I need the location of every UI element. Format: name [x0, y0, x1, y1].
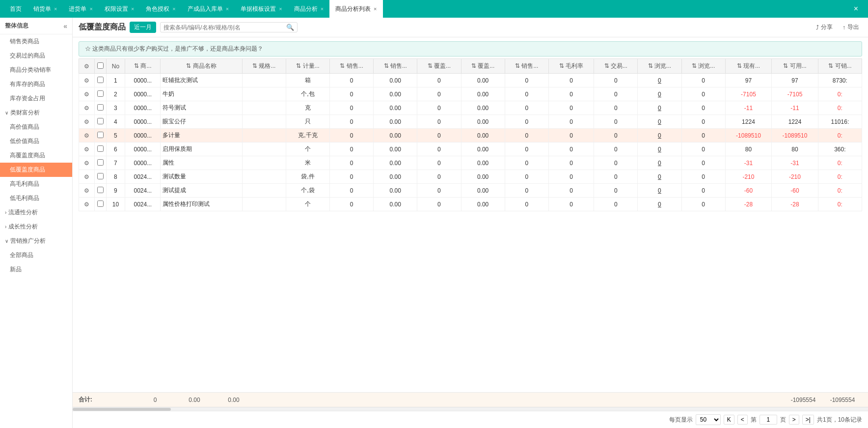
row-browse1[interactable]: 0 — [638, 101, 681, 115]
sidebar-item-new-products[interactable]: 新品 — [0, 262, 72, 277]
scrollbar-thumb[interactable] — [73, 408, 171, 411]
nav-product-analysis[interactable]: 商品分析 × — [288, 0, 329, 18]
cover2-column-header[interactable]: ⇅ 覆盖... — [461, 59, 505, 74]
row-settings[interactable]: ⚙ — [79, 156, 95, 170]
export-button[interactable]: ↑ 导出 — [840, 22, 862, 32]
checkbox-column-header[interactable] — [94, 59, 106, 74]
row-browse1[interactable]: 0 — [638, 74, 681, 87]
sidebar-group-marketing-analysis[interactable]: ∨ 营销推广分析 — [0, 234, 72, 248]
close-permissions-icon[interactable]: × — [131, 6, 134, 12]
browse1-link[interactable]: 0 — [658, 77, 661, 84]
row-checkbox[interactable] — [97, 132, 104, 138]
name-column-header[interactable]: ⇅ 商品名称 — [161, 59, 242, 74]
sidebar-item-high-coverage[interactable]: 高覆盖度商品 — [0, 148, 72, 163]
row-checkbox[interactable] — [97, 118, 104, 124]
nav-home[interactable]: 首页 — [4, 0, 27, 18]
browse1-link[interactable]: 0 — [658, 187, 661, 194]
sidebar-item-high-margin[interactable]: 高毛利商品 — [0, 177, 72, 191]
row-checkbox-cell[interactable] — [94, 87, 106, 101]
row-checkbox-cell[interactable] — [94, 170, 106, 184]
close-product-analysis-icon[interactable]: × — [321, 6, 324, 12]
row-settings[interactable]: ⚙ — [79, 170, 95, 184]
nav-sales-order[interactable]: 销货单 × — [27, 0, 63, 18]
first-page-button[interactable]: K — [724, 415, 734, 425]
row-settings[interactable]: ⚙ — [79, 184, 95, 198]
filter-recent-month-button[interactable]: 近一月 — [130, 22, 156, 33]
browse1-link[interactable]: 0 — [658, 91, 661, 98]
close-roles-icon[interactable]: × — [172, 6, 175, 12]
row-settings[interactable]: ⚙ — [79, 115, 95, 129]
gross-column-header[interactable]: ⇅ 毛利率 — [548, 59, 594, 74]
search-input[interactable] — [163, 24, 286, 31]
row-checkbox-cell[interactable] — [94, 143, 106, 156]
current-column-header[interactable]: ⇅ 现有... — [725, 59, 772, 74]
row-gear-icon[interactable]: ⚙ — [84, 91, 89, 98]
sidebar-item-sales-products[interactable]: 销售类商品 — [0, 34, 72, 49]
share-button[interactable]: ⤴ 分享 — [813, 22, 836, 32]
nav-permissions[interactable]: 权限设置 × — [99, 0, 140, 18]
row-browse1[interactable]: 0 — [638, 156, 681, 170]
row-checkbox-cell[interactable] — [94, 184, 106, 198]
close-product-analysis-list-icon[interactable]: × — [374, 6, 377, 12]
row-checkbox-cell[interactable] — [94, 198, 106, 211]
browse1-link[interactable]: 0 — [658, 173, 661, 180]
horizontal-scrollbar[interactable] — [73, 407, 868, 411]
row-gear-icon[interactable]: ⚙ — [84, 146, 89, 153]
settings-column-header[interactable]: ⚙ — [79, 59, 95, 74]
row-browse1[interactable]: 0 — [638, 87, 681, 101]
page-input[interactable] — [760, 415, 777, 425]
sidebar-item-low-coverage[interactable]: 低覆盖度商品 — [0, 163, 72, 177]
row-checkbox[interactable] — [97, 173, 104, 179]
row-settings[interactable]: ⚙ — [79, 143, 95, 156]
row-gear-icon[interactable]: ⚙ — [84, 201, 89, 208]
row-gear-icon[interactable]: ⚙ — [84, 105, 89, 112]
row-browse1[interactable]: 0 — [638, 198, 681, 211]
per-page-select[interactable]: 50 100 200 — [696, 414, 721, 425]
sidebar-item-category-sales-rate[interactable]: 商品分类动销率 — [0, 63, 72, 77]
gear-icon[interactable]: ⚙ — [84, 63, 89, 70]
row-browse1[interactable]: 0 — [638, 115, 681, 129]
nav-product-analysis-list[interactable]: 商品分析列表 × — [329, 0, 382, 18]
row-settings[interactable]: ⚙ — [79, 74, 95, 87]
browse2-column-header[interactable]: ⇅ 浏览... — [681, 59, 725, 74]
browse1-link[interactable]: 0 — [658, 132, 661, 139]
browse1-link[interactable]: 0 — [658, 201, 661, 208]
row-gear-icon[interactable]: ⚙ — [84, 160, 89, 167]
browse1-link[interactable]: 0 — [658, 105, 661, 112]
browse1-link[interactable]: 0 — [658, 160, 661, 167]
sidebar-item-traded-products[interactable]: 交易过的商品 — [0, 49, 72, 63]
row-browse1[interactable]: 0 — [638, 129, 681, 143]
row-checkbox-cell[interactable] — [94, 101, 106, 115]
row-gear-icon[interactable]: ⚙ — [84, 187, 89, 194]
row-checkbox[interactable] — [97, 200, 104, 207]
close-template-settings-icon[interactable]: × — [279, 6, 282, 12]
row-settings[interactable]: ⚙ — [79, 129, 95, 143]
unit-column-header[interactable]: ⇅ 计量... — [286, 59, 329, 74]
window-close-button[interactable]: × — [848, 4, 864, 13]
sidebar-collapse-button[interactable]: « — [63, 22, 67, 30]
sidebar-group-wealth-analysis[interactable]: ∨ 类财富分析 — [0, 106, 72, 120]
row-checkbox-cell[interactable] — [94, 74, 106, 87]
nav-purchase-order[interactable]: 进货单 × — [63, 0, 98, 18]
row-gear-icon[interactable]: ⚙ — [84, 77, 89, 84]
next-page-button[interactable]: > — [789, 415, 799, 425]
sales1-column-header[interactable]: ⇅ 销售... — [330, 59, 374, 74]
row-settings[interactable]: ⚙ — [79, 87, 95, 101]
row-settings[interactable]: ⚙ — [79, 101, 95, 115]
sidebar-item-in-stock[interactable]: 有库存的商品 — [0, 77, 72, 91]
sales2-column-header[interactable]: ⇅ 销售... — [374, 59, 417, 74]
sidebar-item-low-value[interactable]: 低价值商品 — [0, 134, 72, 148]
browse1-link[interactable]: 0 — [658, 146, 661, 153]
row-gear-icon[interactable]: ⚙ — [84, 173, 89, 180]
row-gear-icon[interactable]: ⚙ — [84, 118, 89, 125]
row-checkbox-cell[interactable] — [94, 156, 106, 170]
sidebar-item-low-margin[interactable]: 低毛利商品 — [0, 191, 72, 205]
row-checkbox[interactable] — [97, 77, 104, 83]
row-checkbox-cell[interactable] — [94, 129, 106, 143]
close-production-warehouse-icon[interactable]: × — [226, 6, 229, 12]
close-sales-order-icon[interactable]: × — [54, 6, 57, 12]
sellable-column-header[interactable]: ⇅ 可销... — [818, 59, 862, 74]
row-settings[interactable]: ⚙ — [79, 198, 95, 211]
browse1-link[interactable]: 0 — [658, 118, 661, 125]
last-page-button[interactable]: >| — [802, 415, 814, 425]
